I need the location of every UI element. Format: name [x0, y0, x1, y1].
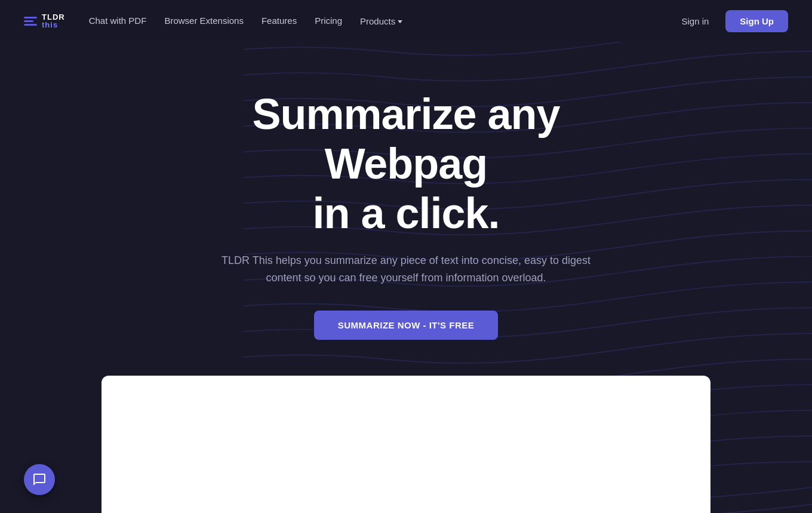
logo-icon [24, 17, 37, 26]
nav-right: Sign in Sign Up [674, 10, 788, 32]
hero-headline-line2: in a click. [312, 189, 499, 237]
nav-link-pricing[interactable]: Pricing [315, 16, 342, 26]
nav-item-chat-pdf[interactable]: Chat with PDF [89, 16, 147, 26]
nav-link-browser-extensions[interactable]: Browser Extensions [164, 16, 244, 26]
nav-item-browser-extensions[interactable]: Browser Extensions [164, 16, 244, 26]
nav-item-features[interactable]: Features [262, 16, 297, 26]
logo[interactable]: TLDR this [24, 13, 65, 29]
nav-link-products[interactable]: Products [360, 16, 395, 26]
hero-headline: Summarize any Webpag in a click. [167, 90, 645, 238]
cta-button[interactable]: SUMMARIZE NOW - IT'S FREE [314, 311, 499, 340]
chat-icon [32, 472, 47, 487]
nav-link-chat-pdf[interactable]: Chat with PDF [89, 16, 147, 26]
nav-left: TLDR this Chat with PDF Browser Extensio… [24, 13, 402, 29]
nav-links: Chat with PDF Browser Extensions Feature… [89, 16, 403, 26]
navbar: TLDR this Chat with PDF Browser Extensio… [0, 0, 812, 42]
hero-section: Summarize any Webpag in a click. TLDR Th… [0, 42, 812, 376]
nav-item-pricing[interactable]: Pricing [315, 16, 342, 26]
chat-support-button[interactable] [24, 464, 55, 495]
nav-link-features[interactable]: Features [262, 16, 297, 26]
nav-item-products[interactable]: Products [360, 16, 402, 26]
chevron-down-icon [398, 20, 402, 23]
logo-text: TLDR this [42, 13, 65, 29]
hero-subtext: TLDR This helps you summarize any piece … [203, 252, 609, 287]
signin-button[interactable]: Sign in [674, 11, 716, 31]
signup-button[interactable]: Sign Up [725, 10, 788, 32]
logo-name-bottom: this [42, 21, 65, 29]
demo-area [102, 376, 710, 513]
hero-headline-line1: Summarize any Webpag [252, 90, 559, 188]
